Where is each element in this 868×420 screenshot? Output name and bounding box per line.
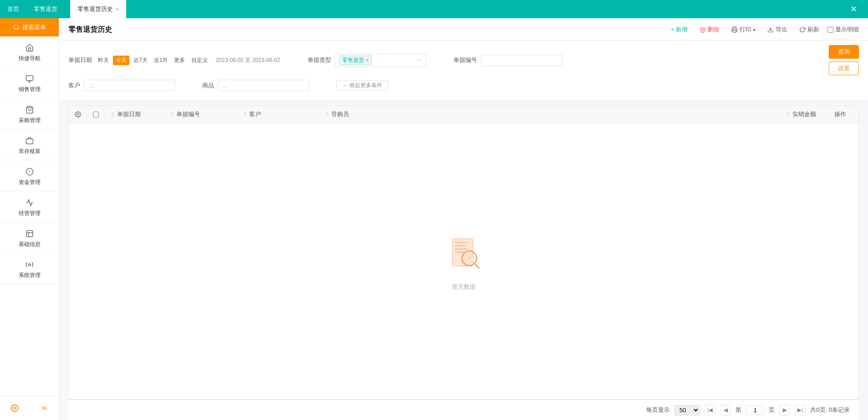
filter-number-input[interactable]: [481, 55, 563, 66]
sort-date-icon: [111, 112, 115, 117]
sidebar-expand-button[interactable]: [37, 401, 51, 415]
date-range-display: 2023-06-02 至 2023-06-02: [216, 56, 280, 64]
sidebar-item-purchase[interactable]: 采购管理: [0, 98, 59, 129]
empty-text: 暂无数据: [452, 283, 476, 291]
tab-home[interactable]: 首页: [0, 0, 26, 18]
filter-type-tag-label: 零售退货: [342, 56, 364, 64]
page-size-label: 每页显示: [646, 406, 670, 414]
filter-type-item: 单据类型 零售退货 ×: [308, 54, 426, 67]
tab-list: 首页 零售退货 × 零售退货历史 ×: [0, 0, 847, 18]
sidebar-item-quicknav[interactable]: 快捷导航: [0, 36, 59, 67]
svg-point-13: [28, 264, 31, 266]
page-label: 第: [735, 406, 741, 414]
toolbar: + 新增 删除 打印 ▾ 导出: [667, 24, 859, 36]
svg-point-17: [77, 113, 79, 115]
filter-customer-placeholder: ...: [89, 82, 94, 89]
svg-point-24: [465, 254, 474, 263]
pagination-area: 每页显示 50 100 200 |◀ ◀ 第 页 ▶ ▶| 共0页, 0条记录: [68, 400, 859, 420]
th-date-label: 单据日期: [117, 110, 141, 118]
collapse-button[interactable]: 收起更多条件: [336, 80, 388, 91]
tab-retail-return-history-close[interactable]: ×: [116, 6, 118, 12]
table-body: 暂无数据: [69, 123, 858, 399]
svg-rect-19: [455, 242, 468, 243]
th-number[interactable]: 单据编号: [164, 106, 237, 123]
display-detail-checkbox[interactable]: 显示明细: [827, 26, 859, 34]
page-next-button[interactable]: ▶: [779, 405, 790, 415]
query-button[interactable]: 查询: [829, 45, 859, 59]
table-header: 单据日期 单据编号 客户 导购员: [69, 106, 858, 123]
th-guide-label: 导购员: [331, 110, 349, 118]
operation-icon: [25, 198, 35, 208]
close-window-button[interactable]: ✕: [847, 4, 861, 14]
top-bar-right: ✕: [847, 4, 868, 14]
filter-type-select[interactable]: 零售退货 ×: [335, 54, 426, 67]
page-unit-label: 页: [769, 406, 775, 414]
th-number-label: 单据编号: [176, 110, 200, 118]
date-opt-1month[interactable]: 近1月: [152, 56, 170, 65]
sidebar-item-sales-label: 销售管理: [19, 86, 41, 93]
th-amount[interactable]: 实销金额: [383, 106, 822, 123]
tab-retail-return-close[interactable]: ×: [60, 6, 63, 12]
display-detail-input[interactable]: [827, 27, 833, 33]
date-opt-more[interactable]: 更多: [172, 56, 187, 65]
filter-area: 单据日期 昨天 今天 近7天 近1月 更多 自定义 2023-06-02 至 2…: [59, 41, 868, 101]
svg-line-1: [17, 29, 19, 30]
collapse-icon: [342, 83, 348, 88]
sidebar-item-inventory-label: 库存核算: [19, 148, 41, 155]
collapse-bar: 收起更多条件: [336, 80, 388, 91]
setting-button[interactable]: 设置: [829, 61, 859, 75]
tab-retail-return-history[interactable]: 零售退货历史 ×: [70, 0, 126, 18]
th-settings[interactable]: [69, 106, 87, 123]
th-date[interactable]: 单据日期: [105, 106, 164, 123]
filter-goods-input[interactable]: ...: [218, 80, 309, 91]
filter-customer-input[interactable]: ...: [84, 80, 175, 91]
page-last-button[interactable]: ▶|: [795, 405, 806, 415]
filter-goods-item: 商品 ...: [202, 80, 309, 91]
sidebar-item-sales[interactable]: 销售管理: [0, 67, 59, 98]
tab-retail-return-history-label: 零售退货历史: [77, 5, 113, 13]
select-all-checkbox[interactable]: [93, 112, 99, 118]
sort-customer-icon: [243, 112, 247, 117]
export-button[interactable]: 导出: [764, 24, 791, 36]
page-prev-button[interactable]: ◀: [720, 405, 731, 415]
filter-date-label: 单据日期: [68, 56, 92, 64]
table-area: 单据日期 单据编号 客户 导购员: [59, 101, 868, 420]
filter-type-remove[interactable]: ×: [366, 57, 369, 63]
sidebar-item-quicknav-label: 快捷导航: [19, 55, 41, 62]
th-customer[interactable]: 客户: [237, 106, 319, 123]
type-select-chevron-icon: [416, 57, 422, 63]
inventory-icon: [25, 136, 35, 146]
sidebar-item-system[interactable]: 系统管理: [0, 253, 59, 284]
sidebar-search-button[interactable]: 搜索菜单: [0, 18, 59, 36]
sidebar-item-inventory[interactable]: 库存核算: [0, 129, 59, 160]
add-button[interactable]: + 新增: [667, 24, 691, 36]
filter-type-tag: 零售退货 ×: [339, 56, 372, 65]
page-size-select[interactable]: 50 100 200: [674, 405, 700, 415]
date-opt-today[interactable]: 今天: [113, 56, 129, 65]
delete-icon: [699, 26, 706, 33]
sidebar-item-finance[interactable]: 资金管理: [0, 160, 59, 191]
date-opt-custom[interactable]: 自定义: [189, 56, 210, 65]
sidebar-settings-button[interactable]: [7, 401, 22, 415]
refresh-button[interactable]: 刷新: [796, 24, 823, 36]
svg-rect-6: [26, 139, 33, 144]
page-first-button[interactable]: |◀: [704, 405, 715, 415]
home-icon: [25, 43, 35, 53]
date-opt-7days[interactable]: 近7天: [131, 56, 150, 65]
th-guide[interactable]: 导购员: [319, 106, 383, 123]
th-checkbox[interactable]: [87, 106, 105, 123]
tab-retail-return[interactable]: 零售退货 ×: [26, 0, 70, 18]
delete-button[interactable]: 删除: [696, 24, 723, 36]
filter-date-item: 单据日期 昨天 今天 近7天 近1月 更多 自定义 2023-06-02 至 2…: [68, 56, 280, 65]
date-opt-yesterday[interactable]: 昨天: [96, 56, 111, 65]
page-number-input[interactable]: [746, 405, 764, 415]
sidebar-item-operation[interactable]: 经营管理: [0, 191, 59, 222]
sidebar-item-purchase-label: 采购管理: [19, 117, 41, 124]
tab-home-label: 首页: [7, 5, 19, 13]
svg-point-0: [14, 25, 18, 29]
print-button[interactable]: 打印 ▾: [728, 24, 759, 36]
filter-date-options: 昨天 今天 近7天 近1月 更多 自定义: [96, 56, 210, 65]
sort-guide-icon: [325, 112, 329, 117]
sidebar-item-info[interactable]: 基础信息: [0, 222, 59, 253]
sort-amount-icon: [786, 112, 791, 117]
